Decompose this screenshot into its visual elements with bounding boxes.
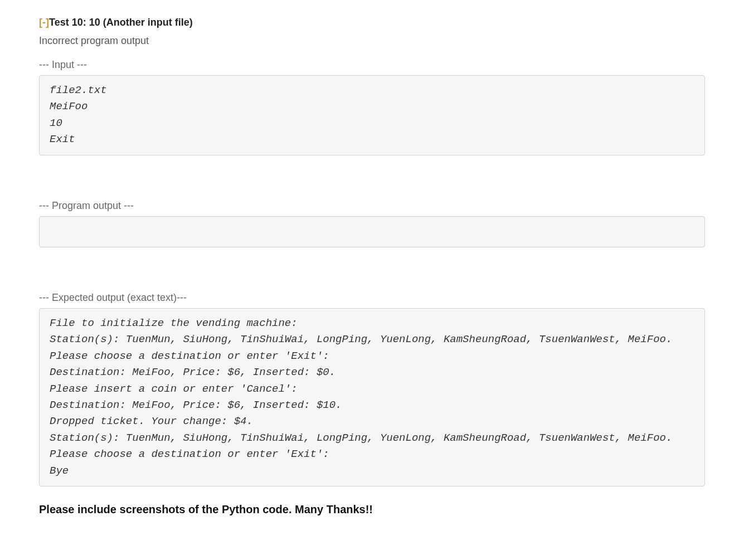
input-label: --- Input --- xyxy=(39,59,705,71)
expected-output-label: --- Expected output (exact text)--- xyxy=(39,292,705,304)
program-output-box xyxy=(39,216,705,247)
status-line: Incorrect program output xyxy=(39,35,705,47)
input-box: file2.txt MeiFoo 10 Exit xyxy=(39,75,705,155)
program-output-label: --- Program output --- xyxy=(39,200,705,212)
footer-note: Please include screenshots of the Python… xyxy=(39,503,705,516)
collapse-toggle[interactable]: [-] xyxy=(39,17,49,28)
expected-output-box: File to initialize the vending machine: … xyxy=(39,308,705,486)
test-title: Test 10: 10 (Another input file) xyxy=(49,17,193,28)
test-header: [-]Test 10: 10 (Another input file) xyxy=(39,17,705,28)
